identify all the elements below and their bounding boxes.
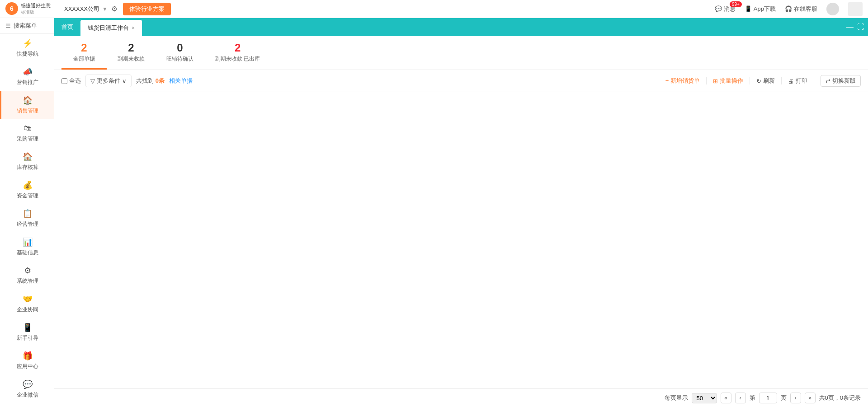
stat-num-overdue: 2 — [128, 42, 134, 54]
online-service-label: 在线客服 — [794, 5, 817, 13]
sidebar-item-label: 应用中心 — [17, 363, 38, 370]
sidebar-item-purchase[interactable]: 🛍 采购管理 — [0, 119, 54, 147]
toolbar-right: + 新增销货单 ⊞ 批量操作 ↻ 刷新 🖨 打印 — [665, 75, 861, 87]
avatar[interactable] — [826, 3, 839, 15]
sidebar-item-newbie[interactable]: 📱 新手引导 — [0, 318, 54, 346]
stat-num-all: 2 — [81, 42, 87, 54]
search-menu[interactable]: ☰ 搜索菜单 — [0, 18, 54, 34]
pagination-bar: 每页显示 50 100 200 « ‹ 第 页 › » 共0页，0条记录 — [54, 388, 868, 407]
sidebar-item-label: 销售管理 — [17, 107, 38, 115]
page-suffix: 页 — [781, 394, 787, 402]
tab-bar-controls: — ⛶ — [846, 23, 868, 31]
page-label: 第 — [750, 394, 755, 402]
next-page-button[interactable]: › — [790, 393, 801, 403]
refresh-icon: ↻ — [756, 78, 761, 84]
sidebar-item-label: 系统管理 — [17, 277, 38, 285]
switch-label: 切换新版 — [832, 77, 856, 85]
sidebar-item-inventory[interactable]: 🏠 库存核算 — [0, 147, 54, 176]
related-orders-link[interactable]: 相关单据 — [169, 77, 193, 85]
stat-label-pending: 旺辅待确认 — [166, 55, 193, 63]
print-button[interactable]: 🖨 打印 — [788, 77, 807, 85]
page-content: 2 全部单据 2 到期未收款 0 旺辅待确认 2 到期未收款 已出库 — [54, 36, 868, 407]
prev-page-button[interactable]: ‹ — [735, 393, 746, 403]
message-button[interactable]: 💬 消息 99+ — [715, 5, 736, 13]
company-selector[interactable]: XXXXXX公司 ▼ — [64, 5, 108, 13]
search-icon: ☰ — [5, 23, 11, 29]
print-label: 打印 — [796, 77, 807, 85]
logo: 6 畅捷通好生意 标准版 — [5, 2, 60, 15]
stat-label-overdue-shipped: 到期未收款 已出库 — [215, 55, 260, 63]
checkbox-input[interactable] — [61, 78, 67, 84]
system-icon: ⚙ — [24, 266, 31, 276]
sidebar-item-label: 资金管理 — [17, 192, 38, 200]
newbie-icon: 📱 — [23, 323, 33, 332]
logo-icon: 6 — [5, 2, 18, 15]
divider-2 — [750, 77, 750, 84]
filter-button[interactable]: ▽ 更多条件 ∨ — [85, 75, 132, 87]
filter-icon: ▽ — [90, 78, 95, 84]
tab-maximize-button[interactable]: ⛶ — [857, 23, 864, 31]
enterprise-icon: 🤝 — [23, 294, 33, 304]
app-center-icon: 🎁 — [23, 351, 33, 361]
sidebar-item-label: 基础信息 — [17, 249, 38, 257]
operations-icon: 📋 — [23, 209, 33, 219]
inventory-icon: 🏠 — [23, 152, 33, 162]
quick-nav-icon: ⚡ — [23, 38, 33, 48]
tab-home[interactable]: 首页 — [54, 18, 80, 36]
sidebar-item-label: 营销推广 — [17, 79, 38, 86]
tab-home-label: 首页 — [61, 23, 73, 31]
sidebar-item-sales[interactable]: 🏠 销售管理 — [0, 91, 54, 119]
select-all-checkbox[interactable]: 全选 — [61, 77, 81, 85]
sidebar: ☰ 搜索菜单 ⚡ 快捷导航 📣 营销推广 🏠 销售管理 🛍 采购管理 🏠 库存核… — [0, 18, 54, 407]
header: 6 畅捷通好生意 标准版 XXXXXX公司 ▼ ⚙ 体验行业方案 💬 消息 99… — [0, 0, 868, 18]
last-page-button[interactable]: » — [805, 393, 816, 403]
total-info: 共0页，0条记录 — [819, 394, 861, 402]
trial-button[interactable]: 体验行业方案 — [123, 3, 171, 15]
settings-icon[interactable]: ⚙ — [111, 5, 118, 13]
print-icon: 🖨 — [788, 78, 794, 84]
refresh-button[interactable]: ↻ 刷新 — [756, 77, 775, 85]
filter-label: 更多条件 — [97, 77, 120, 85]
message-icon: 💬 — [715, 5, 722, 12]
sidebar-item-wechat[interactable]: 💬 企业微信 — [0, 375, 54, 403]
stats-tabs: 2 全部单据 2 到期未收款 0 旺辅待确认 2 到期未收款 已出库 — [54, 36, 868, 70]
sidebar-item-quick-nav[interactable]: ⚡ 快捷导航 — [0, 34, 54, 62]
switch-icon: ⇄ — [826, 78, 830, 84]
refresh-label: 刷新 — [763, 77, 775, 85]
sidebar-item-label: 库存核算 — [17, 164, 38, 171]
sidebar-item-basics[interactable]: 📊 基础信息 — [0, 233, 54, 261]
stat-tab-overdue[interactable]: 2 到期未收款 — [107, 36, 156, 70]
sidebar-item-system[interactable]: ⚙ 系统管理 — [0, 261, 54, 290]
logo-text: 畅捷通好生意 — [21, 2, 51, 9]
logo-sub: 标准版 — [21, 9, 51, 15]
per-page-select[interactable]: 50 100 200 — [692, 393, 717, 403]
sidebar-item-marketing[interactable]: 📣 营销推广 — [0, 62, 54, 91]
first-page-button[interactable]: « — [721, 393, 731, 403]
toolbar-left: 全选 ▽ 更多条件 ∨ 共找到 0条 相关单据 — [61, 75, 193, 87]
new-order-button[interactable]: + 新增销货单 — [665, 77, 700, 85]
sidebar-item-app-center[interactable]: 🎁 应用中心 — [0, 346, 54, 375]
stat-tab-all[interactable]: 2 全部单据 — [61, 36, 107, 70]
per-page-label: 每页显示 — [665, 394, 688, 402]
online-service-button[interactable]: 🎧 在线客服 — [785, 5, 817, 13]
sidebar-item-label: 采购管理 — [17, 135, 38, 143]
main-layout: ☰ 搜索菜单 ⚡ 快捷导航 📣 营销推广 🏠 销售管理 🛍 采购管理 🏠 库存核… — [0, 18, 868, 407]
sidebar-item-label: 经营管理 — [17, 220, 38, 228]
app-download-button[interactable]: 📱 App下载 — [745, 5, 776, 13]
user-menu[interactable] — [848, 2, 863, 16]
tab-close-icon[interactable]: × — [132, 25, 135, 31]
logo-text-block: 畅捷通好生意 标准版 — [21, 2, 51, 15]
stat-tab-overdue-shipped[interactable]: 2 到期未收款 已出库 — [204, 36, 271, 70]
sidebar-item-enterprise[interactable]: 🤝 企业协同 — [0, 290, 54, 318]
sidebar-item-member[interactable]: V 畅会员 — [0, 403, 54, 407]
batch-operation-button[interactable]: ⊞ 批量操作 — [713, 77, 743, 85]
stat-tab-pending[interactable]: 0 旺辅待确认 — [156, 36, 204, 70]
sidebar-item-finance[interactable]: 💰 资金管理 — [0, 176, 54, 204]
service-icon: 🎧 — [785, 5, 792, 12]
tab-minimize-button[interactable]: — — [846, 23, 854, 31]
page-number-input[interactable] — [759, 393, 777, 403]
basics-icon: 📊 — [23, 237, 33, 247]
switch-version-button[interactable]: ⇄ 切换新版 — [821, 75, 861, 87]
sidebar-item-operations[interactable]: 📋 经营管理 — [0, 204, 54, 233]
tab-workbench[interactable]: 钱货日清工作台 × — [80, 20, 142, 36]
